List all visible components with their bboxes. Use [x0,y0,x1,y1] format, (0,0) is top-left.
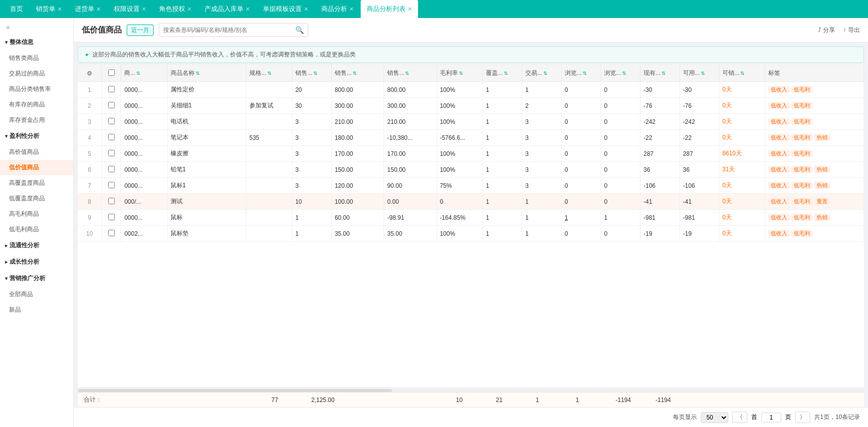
row-checkbox[interactable] [108,134,115,140]
col-transaction[interactable]: 交易...⇅ [522,65,561,82]
col-sales-qty[interactable]: 销售...⇅ [292,65,331,82]
row-checkbox-cell[interactable] [101,82,121,98]
sidebar-item-all-products[interactable]: 全部商品 [0,287,73,302]
row-no: 6 [78,162,101,178]
sidebar-item-new-products[interactable]: 新品 [0,302,73,318]
nav-template[interactable]: 单据模板设置 ✕ [257,0,314,18]
nav-product-analysis-list[interactable]: 商品分析列表 ✕ [361,0,418,18]
nav-home[interactable]: 首页 [4,0,29,18]
sidebar-item-sales-products[interactable]: 销售类商品 [0,50,73,66]
nav-role[interactable]: 角色授权 ✕ [153,0,198,18]
row-checkbox[interactable] [108,198,115,204]
close-icon[interactable]: ✕ [349,6,354,12]
row-views2: 0 [601,114,640,130]
next-page-btn[interactable]: 〉 [795,412,810,423]
sidebar-group-flow[interactable]: ▸ 流通性分析 [0,237,73,254]
row-checkbox-cell[interactable] [101,114,121,130]
sidebar-item-low-value[interactable]: 低价值商品 [0,160,73,175]
col-sellable[interactable]: 可销...⇅ [719,65,765,82]
col-name[interactable]: 商品名称⇅ [167,65,246,82]
col-settings[interactable]: ⚙ [78,65,101,82]
row-sales-amount: 300.00 [331,98,384,114]
sidebar-item-traded-products[interactable]: 交易过的商品 [0,66,73,81]
search-icon[interactable]: 🔍 [295,26,304,34]
table-row: 5 0000... 橡皮擦 3 170.00 170.00 100% 1 3 0… [78,146,864,162]
row-sales-qty: 10 [292,194,331,210]
row-checkbox-cell[interactable] [101,146,121,162]
sidebar-item-high-coverage[interactable]: 高覆盖度商品 [0,175,73,191]
row-checkbox[interactable] [108,166,115,172]
close-icon[interactable]: ✕ [142,6,146,12]
sidebar-item-high-profit[interactable]: 高毛利商品 [0,206,73,222]
row-no: 2 [78,98,101,114]
col-spec[interactable]: 规格...⇅ [246,65,292,82]
sidebar-item-low-coverage[interactable]: 低覆盖度商品 [0,191,73,206]
sidebar-collapse-btn[interactable]: « [5,22,11,32]
row-sellable: 8610天 [719,146,765,162]
row-checkbox[interactable] [108,150,115,156]
sidebar-item-stock-products[interactable]: 有库存的商品 [0,97,73,112]
table-row: 2 0000... 吴细细1 参加复试 30 300.00 300.00 100… [78,98,864,114]
close-icon[interactable]: ✕ [304,6,308,12]
col-sales-profit[interactable]: 销售...⇅ [384,65,436,82]
tag-badge: 低收入 [768,118,790,125]
per-page-select[interactable]: 50 100 200 [701,412,728,423]
row-checkbox[interactable] [108,118,115,124]
close-icon[interactable]: ✕ [408,6,412,12]
nav-sales-order[interactable]: 销货单 ✕ [30,0,68,18]
col-checkbox[interactable] [101,65,121,82]
row-checkbox-cell[interactable] [101,226,121,242]
page-input[interactable] [761,413,781,423]
row-name: 测试 [167,194,246,210]
row-sellable: 0天 [719,226,765,242]
sidebar-group-overall[interactable]: ▾ 整体信息 [0,34,73,50]
sidebar-item-high-value[interactable]: 高价值商品 [0,144,73,160]
col-coverage[interactable]: 覆盖...⇅ [482,65,522,82]
row-checkbox-cell[interactable] [101,162,121,178]
row-checkbox-cell[interactable] [101,194,121,210]
row-checkbox[interactable] [108,214,115,220]
close-icon[interactable]: ✕ [187,6,192,12]
close-icon[interactable]: ✕ [96,6,101,12]
row-checkbox[interactable] [108,230,115,236]
row-views1[interactable]: 1 [561,210,601,226]
row-checkbox-cell[interactable] [101,210,121,226]
row-code: 0000... [121,162,167,178]
col-stock[interactable]: 现有...⇅ [641,65,680,82]
sidebar-group-growth[interactable]: ▸ 成长性分析 [0,254,73,270]
col-views2[interactable]: 浏览...⇅ [601,65,640,82]
col-gross-margin[interactable]: 毛利率⇅ [436,65,482,82]
nav-permission[interactable]: 权限设置 ✕ [108,0,152,18]
nav-product-analysis[interactable]: 商品分析 ✕ [315,0,360,18]
sidebar-item-low-profit[interactable]: 低毛利商品 [0,222,73,237]
select-all-checkbox[interactable] [108,69,115,76]
row-checkbox-cell[interactable] [101,130,121,146]
close-icon[interactable]: ✕ [245,6,250,12]
col-sales-amount[interactable]: 销售...⇅ [331,65,384,82]
share-button[interactable]: ⤴ 分享 [818,26,835,34]
export-button[interactable]: ↑ 导出 [843,26,860,34]
row-tags: 低收入低毛利 [765,82,864,98]
row-checkbox-cell[interactable] [101,98,121,114]
col-views1[interactable]: 浏览...⇅ [561,65,601,82]
row-checkbox[interactable] [108,86,115,92]
col-tags[interactable]: 标签 [765,65,864,82]
col-code[interactable]: 商...⇅ [121,65,167,82]
nav-product-inbound[interactable]: 产成品入库单 ✕ [199,0,256,18]
row-checkbox[interactable] [108,102,115,108]
search-input[interactable] [163,26,295,33]
nav-purchase-order[interactable]: 进货单 ✕ [69,0,107,18]
sidebar-item-category-rate[interactable]: 商品分类销售率 [0,81,73,97]
row-checkbox-cell[interactable] [101,178,121,194]
sidebar-item-stock-capital[interactable]: 库存资金占用 [0,112,73,128]
first-page-btn[interactable]: 〈 [732,412,747,423]
sidebar-group-profit[interactable]: ▾ 盈利性分析 [0,128,73,144]
period-button[interactable]: 近一月 [127,24,154,36]
col-available[interactable]: 可用...⇅ [680,65,719,82]
close-icon[interactable]: ✕ [57,6,62,12]
sidebar-group-marketing[interactable]: ▾ 营销推广分析 [0,270,73,287]
footer-coverage: 10 [456,397,486,404]
footer-values: 77 2,125.00 10 21 1 1 -1194 -1194 [107,397,858,404]
search-box: 🔍 [159,23,308,37]
row-checkbox[interactable] [108,182,115,188]
